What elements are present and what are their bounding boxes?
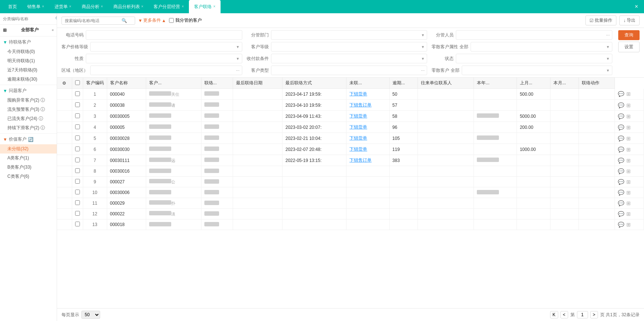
cell-action-2[interactable]: 💬 ⊞ <box>615 111 644 122</box>
sidebar-item-tomorrow[interactable]: 明天待联络(1) <box>0 56 57 66</box>
chat-icon-0[interactable]: 💬 <box>618 91 624 97</box>
chat-icon-10[interactable]: 💬 <box>618 200 624 206</box>
qr-icon-9[interactable]: ⊞ <box>626 190 631 195</box>
nav-home[interactable]: 首页 <box>3 0 22 13</box>
cell-checkbox-6[interactable] <box>72 155 83 166</box>
export-button[interactable]: ↓ 导出 <box>619 15 640 25</box>
page-size-select[interactable]: 50 100 200 <box>81 311 100 319</box>
sidebar-group-value[interactable]: ▼ 价值客户 🔄 <box>0 134 57 144</box>
sidebar-item-overdue[interactable]: 逾期未联络(30) <box>0 75 57 84</box>
cell-last-way-0[interactable]: 下销货单 <box>346 89 389 100</box>
cell-last-way-2[interactable]: 下销货单 <box>346 111 389 122</box>
cell-checkbox-10[interactable] <box>72 198 83 209</box>
close-product-analysis-icon[interactable]: × <box>101 0 103 13</box>
filter-retail-attr-input[interactable]: ▼ <box>471 42 612 52</box>
filter-dept-input[interactable]: ▼ <box>271 30 427 40</box>
filter-nature-input[interactable]: ▼ <box>86 54 242 63</box>
filter-retail-input[interactable]: ▼ <box>462 66 612 75</box>
filter-phone-input[interactable] <box>86 30 242 40</box>
close-customer-segment-icon[interactable]: × <box>182 0 184 13</box>
filter-price-level-input[interactable]: ▼ <box>90 42 242 52</box>
nav-customer-contact[interactable]: 客户联络 × <box>189 0 221 13</box>
sidebar-group-problem[interactable]: ▼ 问题客户 <box>0 86 57 96</box>
qr-icon-8[interactable]: ⊞ <box>626 179 631 185</box>
filter-status-input[interactable]: ▼ <box>456 54 612 63</box>
sidebar-item-class-a[interactable]: A类客户(1) <box>0 154 57 163</box>
sidebar-search-input[interactable] <box>3 17 54 21</box>
sidebar-group-pending[interactable]: ▼ 待联络客户 <box>0 37 57 47</box>
nav-product-analysis[interactable]: 商品分析 × <box>77 0 108 13</box>
gear-icon[interactable]: ⚙ <box>62 81 66 86</box>
cell-checkbox-8[interactable] <box>72 177 83 187</box>
first-page-button[interactable]: K <box>550 311 558 318</box>
cell-checkbox-0[interactable] <box>72 89 83 100</box>
chat-icon-1[interactable]: 💬 <box>618 102 624 108</box>
nav-purchase[interactable]: 进货单 × <box>49 0 77 13</box>
sidebar-item-ungrouped[interactable]: 未分组(32) <box>0 144 57 154</box>
sidebar-item-class-c[interactable]: C类客户(6) <box>0 172 57 181</box>
cell-checkbox-4[interactable] <box>72 133 83 144</box>
chat-icon-7[interactable]: 💬 <box>618 168 624 174</box>
sidebar-item-class-b[interactable]: B类客户(33) <box>0 163 57 172</box>
qr-icon-3[interactable]: ⊞ <box>626 124 631 130</box>
nav-customer-segment[interactable]: 客户分层经营 × <box>148 0 189 13</box>
chat-icon-5[interactable]: 💬 <box>618 147 624 152</box>
qr-icon-7[interactable]: ⊞ <box>626 168 631 174</box>
cell-checkbox-11[interactable] <box>72 209 83 219</box>
sidebar-item-churn-warning[interactable]: 流失预警客户(3) ⓘ <box>0 105 57 114</box>
cell-last-way-6[interactable]: 下销售订单 <box>346 155 389 166</box>
batch-op-button[interactable]: ☑ 批量操作 <box>585 15 616 25</box>
qr-icon-6[interactable]: ⊞ <box>626 158 631 163</box>
cell-checkbox-5[interactable] <box>72 144 83 155</box>
cell-last-way-4[interactable]: 下销货单 <box>346 133 389 144</box>
my-customers-checkbox[interactable]: 我分管的客户 <box>169 17 202 24</box>
chat-icon-12[interactable]: 💬 <box>618 222 624 227</box>
sidebar-item-today[interactable]: 今天待联络(0) <box>0 47 57 56</box>
col-settings[interactable]: ⚙ <box>57 78 72 89</box>
chat-icon-4[interactable]: 💬 <box>618 135 624 141</box>
close-product-analysis-list-icon[interactable]: × <box>141 0 144 13</box>
cell-action-7[interactable]: 💬 ⊞ <box>615 166 644 177</box>
sidebar-item-churned[interactable]: 已流失客户(24) ⓘ <box>0 114 57 123</box>
filter-manager-input[interactable]: ··· <box>456 30 612 40</box>
chat-icon-2[interactable]: 💬 <box>618 113 624 119</box>
qr-icon-11[interactable]: ⊞ <box>626 211 631 217</box>
next-page-button[interactable]: > <box>590 311 598 318</box>
page-number-input[interactable] <box>577 311 588 318</box>
collapse-sidebar-icon[interactable]: « <box>52 28 54 32</box>
nav-product-analysis-list[interactable]: 商品分析列表 × <box>108 0 149 13</box>
reset-button[interactable]: 设置 <box>618 42 640 52</box>
all-customers-header[interactable]: ⊞ 全部客户 « <box>0 25 57 35</box>
qr-icon-4[interactable]: ⊞ <box>626 135 631 141</box>
cell-checkbox-9[interactable] <box>72 187 83 198</box>
cell-checkbox-3[interactable] <box>72 122 83 133</box>
close-customer-contact-icon[interactable]: × <box>213 0 215 13</box>
select-all-checkbox[interactable] <box>75 80 80 85</box>
filter-region-input[interactable]: ··· <box>90 66 242 75</box>
qr-icon-10[interactable]: ⊞ <box>626 200 631 206</box>
cell-action-8[interactable]: 💬 ⊞ <box>615 177 644 187</box>
close-all-button[interactable]: × <box>632 3 641 10</box>
qr-icon-0[interactable]: ⊞ <box>626 91 631 97</box>
qr-icon-1[interactable]: ⊞ <box>626 102 631 108</box>
cell-action-11[interactable]: 💬 ⊞ <box>615 209 644 219</box>
cell-action-3[interactable]: 💬 ⊞ <box>615 122 644 133</box>
cell-action-12[interactable]: 💬 ⊞ <box>615 219 644 230</box>
cell-last-way-1[interactable]: 下销售订单 <box>346 100 389 111</box>
cell-checkbox-2[interactable] <box>72 111 83 122</box>
qr-icon-12[interactable]: ⊞ <box>626 222 631 227</box>
cell-action-0[interactable]: 💬 ⊞ <box>615 89 644 100</box>
nav-sales[interactable]: 销售单 × <box>22 0 49 13</box>
cell-checkbox-1[interactable] <box>72 100 83 111</box>
cell-checkbox-12[interactable] <box>72 219 83 230</box>
search-input[interactable] <box>65 18 120 23</box>
sidebar-item-declining[interactable]: 持续下滑客户(2) ⓘ <box>0 123 57 133</box>
filter-customer-type-input[interactable]: ··· <box>271 66 427 75</box>
col-select-all[interactable] <box>72 78 83 89</box>
prev-page-button[interactable]: < <box>560 311 568 318</box>
cell-action-1[interactable]: 💬 ⊞ <box>615 100 644 111</box>
cell-last-way-3[interactable]: 下销货单 <box>346 122 389 133</box>
filter-customer-level-input[interactable]: ▼ <box>271 42 427 52</box>
qr-icon-2[interactable]: ⊞ <box>626 113 631 119</box>
close-purchase-icon[interactable]: × <box>69 0 71 13</box>
